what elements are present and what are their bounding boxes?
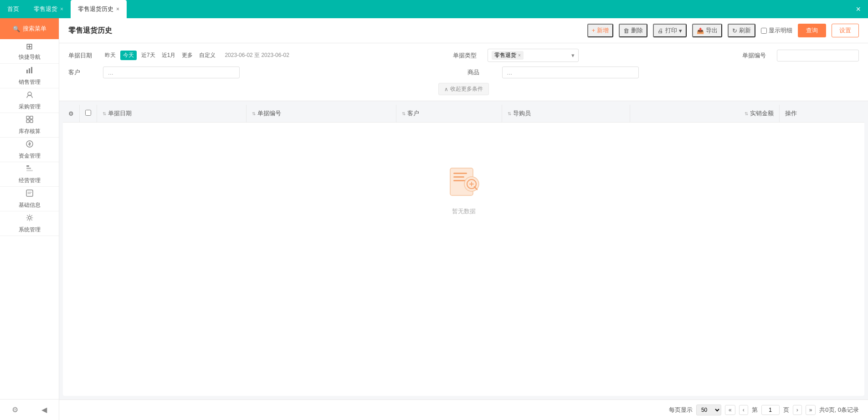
- export-icon: 📤: [697, 27, 704, 34]
- date-option-custom[interactable]: 自定义: [197, 51, 217, 60]
- data-table: ⚙ ⇅ 单据日期 ⇅: [63, 105, 864, 252]
- page-number-input[interactable]: [761, 405, 780, 415]
- sort-icon: ⇅: [745, 111, 748, 116]
- inventory-icon: [26, 115, 34, 126]
- filter-area: 单据日期 昨天 今天 近7天 近1月 更多 自定义 2023-06-02 至 2…: [59, 43, 868, 101]
- page-label: 第: [752, 406, 758, 414]
- th-settings[interactable]: ⚙: [63, 105, 80, 123]
- sidebar-item-system[interactable]: 系统管理: [0, 211, 59, 236]
- content-area: 零售退货历史 + 新增 🗑 删除 🖨 打印 ▾ 📤 导出 ↻: [59, 18, 868, 420]
- page-size-select[interactable]: 50 10 20 100: [696, 405, 721, 415]
- sidebar-item-sales-mgmt[interactable]: 销售管理: [0, 64, 59, 88]
- bill-no-label: 单据编号: [742, 51, 770, 60]
- tab-home[interactable]: 首页: [0, 0, 26, 18]
- sidebar-item-quick-nav[interactable]: ⊞ 快捷导航: [0, 39, 59, 64]
- sort-icon: ⇅: [508, 111, 511, 116]
- bill-type-tag-close[interactable]: ×: [518, 53, 521, 58]
- date-option-today[interactable]: 今天: [120, 51, 137, 60]
- bill-type-select[interactable]: 零售退货 × ▾: [488, 49, 579, 62]
- total-records: 共0页, 0条记录: [819, 406, 859, 414]
- last-page-button[interactable]: »: [806, 405, 816, 415]
- system-icon: [26, 214, 34, 224]
- bill-type-label: 单据类型: [453, 51, 480, 60]
- settings-icon: ⚙: [68, 110, 74, 117]
- page-suffix: 页: [783, 406, 789, 414]
- th-bill-date[interactable]: ⇅ 单据日期: [97, 105, 247, 123]
- svg-rect-0: [26, 70, 28, 73]
- refresh-button[interactable]: ↻ 刷新: [728, 24, 755, 37]
- delete-icon: 🗑: [623, 27, 629, 34]
- bill-type-dropdown-icon: ▾: [571, 52, 575, 59]
- th-guide[interactable]: ⇅ 导购员: [502, 105, 630, 123]
- tab-retail-return-close[interactable]: ×: [60, 6, 63, 12]
- customer-input[interactable]: ...: [103, 67, 240, 78]
- svg-rect-2: [31, 67, 32, 73]
- bill-no-input[interactable]: [777, 50, 859, 61]
- th-checkbox[interactable]: [80, 105, 97, 123]
- basic-info-icon: [26, 189, 34, 200]
- quick-nav-icon: ⊞: [26, 41, 33, 51]
- svg-rect-10: [26, 168, 31, 169]
- svg-rect-5: [30, 116, 33, 119]
- customer-label: 客户: [68, 68, 96, 77]
- print-icon: 🖨: [657, 27, 663, 34]
- first-page-button[interactable]: «: [725, 405, 735, 415]
- prev-page-button[interactable]: ‹: [739, 405, 748, 415]
- sidebar-item-purchase-mgmt[interactable]: 采购管理: [0, 88, 59, 113]
- empty-text: 暂无数据: [452, 207, 476, 215]
- svg-rect-11: [26, 165, 29, 167]
- svg-rect-7: [30, 120, 33, 123]
- settings-button[interactable]: 设置: [832, 24, 859, 37]
- date-option-last7[interactable]: 近7天: [139, 51, 157, 60]
- sidebar-item-operations[interactable]: 经营管理: [0, 162, 59, 187]
- collapse-filter-button[interactable]: ∧ 收起更多条件: [438, 83, 489, 95]
- filter-row-1: 单据日期 昨天 今天 近7天 近1月 更多 自定义 2023-06-02 至 2…: [68, 49, 859, 62]
- print-dropdown-icon: ▾: [679, 27, 682, 34]
- print-button[interactable]: 🖨 打印 ▾: [653, 24, 687, 37]
- sidebar-item-basic-info[interactable]: 基础信息: [0, 187, 59, 211]
- page-header: 零售退货历史 + 新增 🗑 删除 🖨 打印 ▾ 📤 导出 ↻: [59, 18, 868, 43]
- date-option-yesterday[interactable]: 昨天: [103, 51, 118, 60]
- display-detail-checkbox[interactable]: [761, 28, 767, 34]
- page-title: 零售退货历史: [68, 26, 112, 36]
- next-page-button[interactable]: ›: [793, 405, 802, 415]
- tab-retail-return-history-close[interactable]: ×: [116, 6, 119, 12]
- sort-icon: ⇅: [252, 111, 256, 116]
- sidebar-item-finance[interactable]: 资金管理: [0, 138, 59, 162]
- date-option-last-month[interactable]: 近1月: [160, 51, 178, 60]
- window-close-button[interactable]: ×: [848, 5, 868, 14]
- svg-rect-9: [26, 170, 33, 171]
- top-bar: 首页 零售退货 × 零售退货历史 × ×: [0, 0, 868, 18]
- tab-retail-return-history[interactable]: 零售退货历史 ×: [71, 0, 127, 18]
- sidebar-item-inventory[interactable]: 库存核算: [0, 113, 59, 138]
- goods-input[interactable]: ...: [502, 67, 639, 78]
- search-icon: 🔍: [13, 26, 20, 32]
- finance-icon: [26, 140, 34, 150]
- purchase-icon: [26, 91, 34, 101]
- query-button[interactable]: 查询: [798, 24, 826, 37]
- svg-rect-6: [26, 120, 29, 123]
- th-customer[interactable]: ⇅ 客户: [396, 105, 502, 123]
- date-options: 昨天 今天 近7天 近1月 更多 自定义: [103, 51, 217, 60]
- delete-button[interactable]: 🗑 删除: [619, 24, 647, 37]
- export-button[interactable]: 📤 导出: [692, 24, 722, 37]
- operations-icon: [26, 164, 34, 175]
- sales-icon: [26, 66, 34, 77]
- svg-rect-4: [26, 116, 29, 119]
- sidebar-search[interactable]: 🔍 搜索菜单: [0, 18, 59, 39]
- new-button[interactable]: + 新增: [587, 24, 613, 37]
- page-size-label: 每页显示: [669, 406, 693, 414]
- svg-rect-12: [26, 190, 33, 196]
- sidebar-bottom: ⚙ ◀: [0, 399, 59, 420]
- filter-row-2: 客户 ... 商品 ...: [68, 67, 859, 78]
- date-option-more[interactable]: 更多: [180, 51, 195, 60]
- th-actual-amount[interactable]: ⇅ 实销金额: [630, 105, 779, 123]
- tab-retail-return[interactable]: 零售退货 ×: [26, 0, 71, 18]
- svg-point-13: [28, 216, 31, 219]
- select-all-checkbox[interactable]: [85, 110, 91, 116]
- th-bill-no[interactable]: ⇅ 单据编号: [247, 105, 396, 123]
- sidebar-settings-button[interactable]: ⚙: [12, 405, 18, 414]
- svg-rect-1: [29, 68, 30, 73]
- sidebar-collapse-button[interactable]: ◀: [41, 405, 47, 414]
- display-detail-toggle[interactable]: 显示明细: [761, 26, 792, 35]
